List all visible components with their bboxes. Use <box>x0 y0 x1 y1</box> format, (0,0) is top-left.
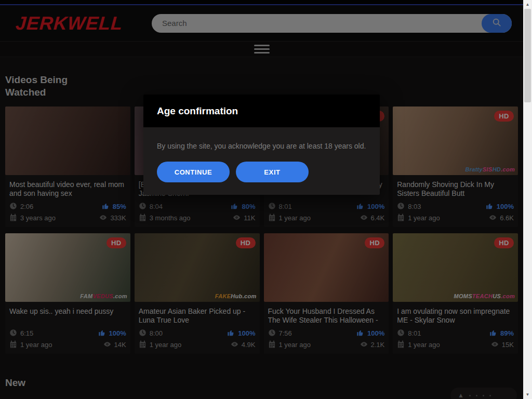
continue-button[interactable]: CONTINUE <box>157 162 230 182</box>
modal-message: By using the site, you acknowledge you a… <box>157 142 366 150</box>
browser-scrollbar[interactable]: ▲ ▼ <box>523 0 532 399</box>
scroll-up-icon[interactable]: ▲ <box>523 0 532 9</box>
scroll-down-icon[interactable]: ▼ <box>523 390 532 399</box>
exit-button[interactable]: EXIT <box>236 162 309 182</box>
age-confirmation-modal: Age confirmation By using the site, you … <box>143 95 380 195</box>
modal-dim-overlay <box>0 0 523 399</box>
modal-body: By using the site, you acknowledge you a… <box>143 127 380 195</box>
page: JERKWELL Videos Being Watched <box>0 0 523 399</box>
modal-actions: CONTINUE EXIT <box>157 162 366 182</box>
scrollbar-thumb[interactable] <box>524 9 531 102</box>
modal-header: Age confirmation <box>143 95 380 127</box>
modal-title: Age confirmation <box>157 105 238 117</box>
browser-viewport: JERKWELL Videos Being Watched <box>0 0 532 399</box>
